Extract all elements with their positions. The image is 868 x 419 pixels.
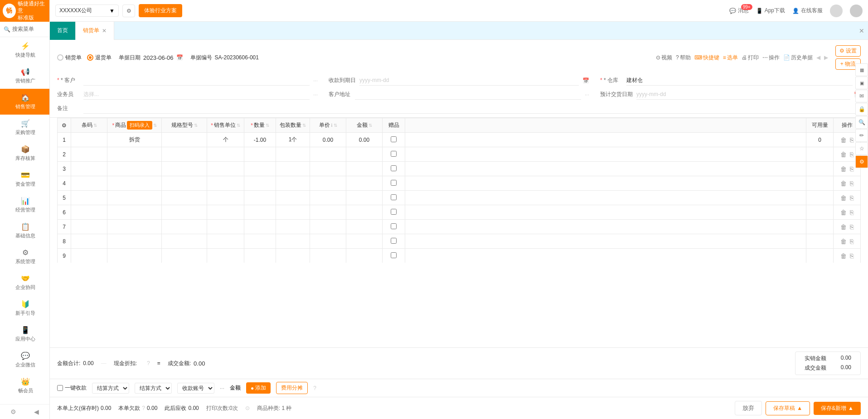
tab-home[interactable]: 首页 (50, 22, 76, 40)
cell-pack-qty-8[interactable] (276, 249, 310, 263)
gift-checkbox-4[interactable] (391, 194, 397, 200)
operation-action[interactable]: ⋯ 操作 (762, 54, 780, 62)
cell-qty-2[interactable] (244, 162, 276, 176)
header-gear-button[interactable]: ⚙ (122, 5, 135, 17)
cell-product-2[interactable] (107, 162, 162, 176)
cell-qty-3[interactable] (244, 176, 276, 191)
cell-unit-0[interactable]: 个 (207, 133, 244, 147)
cell-qty-5[interactable] (244, 205, 276, 220)
cell-barcode-3[interactable] (71, 176, 107, 191)
right-btn-layout-single[interactable]: ▣ (855, 77, 868, 89)
right-btn-lock[interactable]: 🔒 (855, 103, 868, 116)
right-btn-settings-orange[interactable]: ⚙ (855, 155, 868, 168)
sidebar-collapse-btn[interactable]: ◀ (34, 408, 39, 415)
cell-pack-qty-3[interactable] (276, 176, 310, 191)
cell-qty-7[interactable] (244, 234, 276, 249)
sidebar-item-vip[interactable]: 👑 畅会员 (0, 373, 49, 399)
expense-split-button[interactable]: 费用分摊 (276, 382, 308, 394)
cell-gift-6[interactable] (383, 220, 405, 234)
payment-calendar-icon[interactable]: 📅 (582, 77, 589, 84)
cell-price-4[interactable] (310, 191, 346, 205)
cell-price-5[interactable] (310, 205, 346, 220)
th-amount[interactable]: 金额⇅ (346, 118, 383, 133)
th-barcode[interactable]: 条码⇅ (71, 118, 107, 133)
salesperson-input[interactable] (83, 89, 310, 100)
experience-button[interactable]: 体验行业方案 (139, 4, 182, 17)
delete-row-btn-0[interactable]: 🗑 (840, 136, 847, 144)
th-pack-qty[interactable]: 包装数量⇅ (276, 118, 310, 133)
delete-row-btn-5[interactable]: 🗑 (840, 209, 847, 216)
delivery-date-input[interactable] (636, 89, 850, 100)
scan-btn[interactable]: 扫码录入 (127, 121, 152, 130)
notes-input[interactable] (83, 103, 861, 114)
cell-unit-2[interactable] (207, 162, 244, 176)
delete-row-btn-7[interactable]: 🗑 (840, 238, 847, 245)
cell-pack-qty-7[interactable] (276, 234, 310, 249)
gift-checkbox-5[interactable] (391, 209, 397, 215)
cell-price-7[interactable] (310, 234, 346, 249)
cell-unit-1[interactable] (207, 147, 244, 162)
right-btn-message[interactable]: ✉ (855, 90, 868, 102)
cell-product-4[interactable] (107, 191, 162, 205)
cell-product-3[interactable] (107, 176, 162, 191)
save-draft-button[interactable]: 保存草稿 ▲ (766, 401, 810, 415)
cell-amount-7[interactable] (346, 234, 383, 249)
sidebar-item-management[interactable]: 📊 经营管理 (0, 192, 49, 218)
copy-row-btn-6[interactable]: ⎘ (850, 223, 853, 231)
cell-unit-8[interactable] (207, 249, 244, 263)
shortcut-action[interactable]: ⌨ 快捷键 (694, 54, 719, 62)
product-kind-icon[interactable]: ⊙ (245, 405, 250, 411)
cell-price-8[interactable] (310, 249, 346, 263)
cell-gift-0[interactable] (383, 133, 405, 147)
sidebar-settings-btn[interactable]: ⚙ (10, 408, 16, 415)
cell-gift-8[interactable] (383, 249, 405, 263)
customer-more-icon[interactable]: ··· (313, 77, 318, 84)
delete-row-btn-3[interactable]: 🗑 (840, 180, 847, 187)
save-new-button[interactable]: 保存&新增 ▲ (814, 402, 861, 415)
cell-gift-2[interactable] (383, 162, 405, 176)
nav-prev-icon[interactable]: ◀ (816, 54, 820, 61)
discount-help-icon[interactable]: ? (147, 360, 150, 366)
cell-spec-7[interactable] (162, 234, 207, 249)
cell-qty-6[interactable] (244, 220, 276, 234)
cell-spec-4[interactable] (162, 191, 207, 205)
cell-gift-3[interactable] (383, 176, 405, 191)
copy-row-btn-8[interactable]: ⎘ (850, 252, 853, 260)
cell-price-3[interactable] (310, 176, 346, 191)
account-select[interactable]: 收款账号 (177, 383, 214, 394)
gift-checkbox-6[interactable] (391, 223, 397, 229)
cell-spec-8[interactable] (162, 249, 207, 263)
delete-row-btn-6[interactable]: 🗑 (840, 223, 847, 231)
avatar[interactable] (830, 5, 843, 17)
tab-close-icon[interactable]: ✕ (102, 28, 107, 34)
add-payment-button[interactable]: ● 添加 (246, 382, 271, 394)
cell-pack-qty-0[interactable]: 1个 (276, 133, 310, 147)
avatar-2[interactable] (850, 5, 863, 17)
copy-row-btn-0[interactable]: ⎘ (850, 136, 853, 144)
payment-method-select[interactable]: 结算方式 (92, 383, 129, 394)
cell-spec-3[interactable] (162, 176, 207, 191)
cell-amount-0[interactable]: 0.00 (346, 133, 383, 147)
delete-row-btn-8[interactable]: 🗑 (840, 252, 847, 260)
cell-unit-7[interactable] (207, 234, 244, 249)
quick-pay-check[interactable] (57, 385, 63, 391)
cell-barcode-2[interactable] (71, 162, 107, 176)
close-all-tabs[interactable]: ✕ (859, 27, 864, 34)
cell-unit-4[interactable] (207, 191, 244, 205)
gift-checkbox-8[interactable] (391, 252, 397, 258)
right-btn-star[interactable]: ☆ (855, 142, 868, 155)
cell-barcode-8[interactable] (71, 249, 107, 263)
salesperson-more-icon[interactable]: ··· (313, 92, 318, 98)
cell-amount-6[interactable] (346, 220, 383, 234)
app-download-action[interactable]: 📱 App下载 (756, 7, 785, 14)
gift-checkbox-2[interactable] (391, 165, 397, 171)
cell-spec-6[interactable] (162, 220, 207, 234)
cell-barcode-0[interactable] (71, 133, 107, 147)
delete-row-btn-2[interactable]: 🗑 (840, 165, 847, 173)
copy-row-btn-2[interactable]: ⎘ (850, 165, 853, 173)
gift-checkbox-1[interactable] (391, 151, 397, 157)
help-action[interactable]: ? 帮助 (676, 54, 691, 62)
sidebar-item-app-center[interactable]: 📱 应用中心 (0, 321, 49, 347)
cell-barcode-6[interactable] (71, 220, 107, 234)
cell-amount-4[interactable] (346, 191, 383, 205)
